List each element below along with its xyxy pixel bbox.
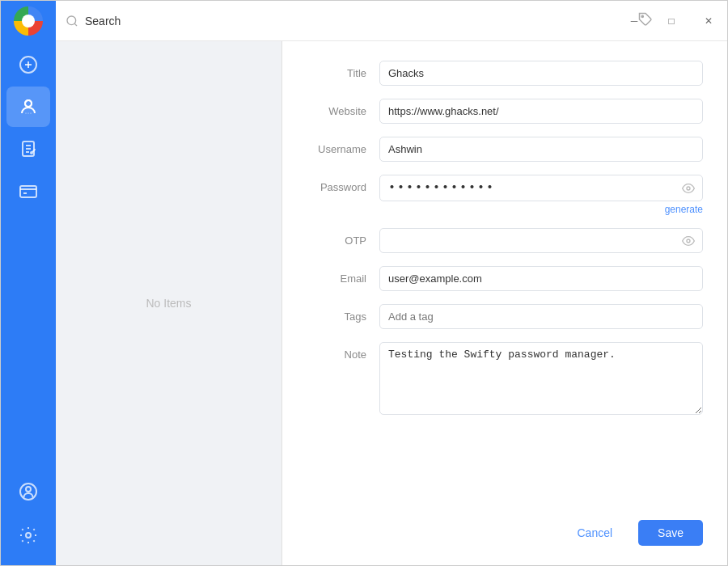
note-row: Note Testing the Swifty password manager… [307,342,703,415]
sidebar-item-documents[interactable] [6,129,50,169]
search-input[interactable] [85,15,247,27]
content-area: No Items Title Website Username [56,41,727,565]
title-label: Title [307,61,379,79]
website-label: Website [307,99,379,117]
otp-eye-icon[interactable] [682,234,695,247]
username-label: Username [307,137,379,155]
person-icon [19,97,38,116]
no-items-label: No Items [146,297,191,310]
email-row: Email [307,266,703,291]
logo-inner [22,15,35,27]
email-input[interactable] [379,266,703,291]
card-icon [19,181,38,201]
sidebar-bottom [6,471,50,565]
logo-circle [14,6,43,36]
svg-point-5 [28,113,29,114]
password-eye-icon[interactable] [682,182,695,195]
sidebar-nav [6,44,50,471]
svg-point-18 [26,533,31,538]
svg-point-6 [26,113,27,114]
svg-point-22 [687,187,690,190]
minimize-button[interactable]: ─ [616,8,653,34]
tags-row: Tags [307,304,703,329]
save-button[interactable]: Save [638,520,703,546]
tags-label: Tags [307,304,379,323]
svg-point-23 [687,239,690,243]
search-icon [66,15,78,27]
plus-icon [19,55,38,74]
sidebar [1,1,56,565]
note-textarea[interactable]: Testing the Swifty password manager. [379,342,703,415]
password-label: Password [307,175,379,193]
maximize-button[interactable]: □ [653,8,690,34]
footer-buttons: Cancel Save [307,507,703,546]
sidebar-item-add[interactable] [6,44,50,85]
otp-row: OTP [307,228,703,253]
sidebar-item-account[interactable] [6,471,50,512]
gear-icon [19,526,38,545]
title-input[interactable] [379,61,703,86]
otp-label: OTP [307,228,379,247]
password-input[interactable] [379,175,703,201]
username-input[interactable] [379,137,703,162]
svg-line-20 [74,23,77,26]
password-row-wrap: generate [379,175,703,215]
cancel-button[interactable]: Cancel [561,520,629,546]
svg-rect-13 [20,186,36,197]
document-icon [19,139,38,158]
title-row: Title [307,61,703,86]
right-panel: Title Website Username Password [282,41,727,565]
sidebar-item-settings[interactable] [6,515,50,555]
otp-input[interactable] [379,228,703,253]
password-field-wrap [379,175,703,201]
username-row: Username [307,137,703,162]
website-row: Website [307,99,703,124]
svg-point-4 [25,100,32,107]
sidebar-item-cards[interactable] [6,171,50,211]
sidebar-item-profile[interactable] [6,87,50,127]
form-area: Title Website Username Password [307,61,703,501]
svg-point-7 [31,113,32,114]
left-panel: No Items [56,41,282,565]
close-button[interactable]: ✕ [690,8,727,34]
otp-field-wrap [379,228,703,253]
main-area: ─ □ ✕ No Items Title Website [56,1,727,565]
generate-link[interactable]: generate [379,204,703,215]
password-row: Password generate [307,175,703,215]
app-logo [1,1,56,41]
topbar: ─ □ ✕ [56,1,727,41]
website-input[interactable] [379,99,703,124]
svg-point-19 [67,16,76,25]
email-label: Email [307,266,379,285]
svg-point-17 [26,487,31,492]
window-controls: ─ □ ✕ [616,1,727,41]
tags-input[interactable] [379,304,703,329]
account-icon [19,482,38,501]
note-label: Note [307,342,379,361]
